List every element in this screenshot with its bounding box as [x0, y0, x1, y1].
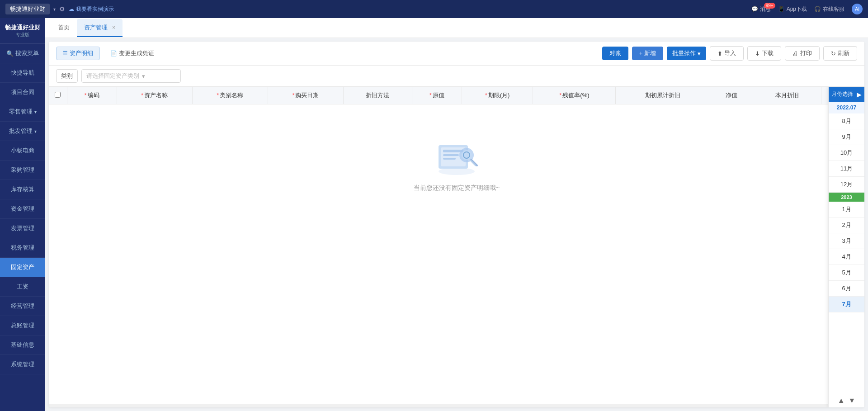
col-checkbox — [49, 87, 67, 104]
category-filter[interactable]: 类别 — [56, 69, 78, 83]
import-btn[interactable]: ⬆ 导入 — [710, 46, 744, 61]
month-2023-6[interactable]: 6月 — [829, 281, 864, 297]
message-btn[interactable]: 💬 消息 99+ — [751, 5, 771, 13]
month-2023-1[interactable]: 1月 — [829, 202, 864, 217]
sidebar-item-operations[interactable]: 经营管理 — [0, 297, 45, 316]
month-picker-toggle[interactable]: ▶ — [857, 91, 862, 98]
user-avatar[interactable]: Ai — [852, 4, 863, 14]
demo-link[interactable]: ☁ 我要看实例演示 — [69, 5, 114, 13]
sidebar-item-general-ledger[interactable]: 总账管理 — [0, 316, 45, 335]
sidebar: 畅捷通好业财 专业版 🔍 搜索菜单 快捷导航 项目合同 零售管理 ▾ 批发管理 … — [0, 18, 45, 411]
filter-bar: 类别 请选择固定资产类别 ▾ — [49, 66, 864, 87]
col-name: *资产名称 — [117, 87, 192, 104]
month-2022-8[interactable]: 8月 — [829, 113, 864, 129]
sidebar-item-system[interactable]: 系统管理 — [0, 355, 45, 374]
sidebar-item-salary[interactable]: 工资 — [0, 277, 45, 297]
online-service-btn[interactable]: 🎧 在线客服 — [814, 5, 844, 13]
sidebar-item-basic-info[interactable]: 基础信息 — [0, 335, 45, 355]
sidebar-item-project[interactable]: 项目合同 — [0, 83, 45, 102]
app-layout: 畅捷通好业财 专业版 🔍 搜索菜单 快捷导航 项目合同 零售管理 ▾ 批发管理 … — [0, 18, 868, 411]
month-2023-4[interactable]: 4月 — [829, 249, 864, 265]
month-2022-10[interactable]: 10月 — [829, 145, 864, 161]
tab-close-asset[interactable]: × — [112, 24, 115, 31]
bottom-scrollbar[interactable] — [49, 404, 864, 407]
col-residual-rate: *残值率(%) — [533, 87, 616, 104]
batch-operations-btn[interactable]: 批量操作 ▾ — [667, 47, 706, 60]
company-name[interactable]: 畅捷通好业财 — [5, 4, 50, 14]
print-icon: 🖨 — [793, 50, 798, 57]
company-dropdown-arrow[interactable]: ▾ — [53, 7, 56, 12]
month-picker-title: 月份选择 — [831, 90, 853, 98]
col-accumulated-depreciation: 期初累计折旧 — [616, 87, 710, 104]
asset-table: *编码 *资产名称 *类别名称 *购买日期 — [49, 87, 864, 404]
sidebar-item-tax[interactable]: 税务管理 — [0, 238, 45, 258]
sidebar-item-inventory[interactable]: 库存核算 — [0, 180, 45, 199]
top-bar-right: 💬 消息 99+ 📱 App下载 🎧 在线客服 Ai — [751, 4, 863, 14]
cloud-icon: ☁ — [69, 6, 74, 12]
month-2023-3[interactable]: 3月 — [829, 233, 864, 249]
sidebar-item-search[interactable]: 🔍 搜索菜单 — [0, 44, 45, 63]
add-btn[interactable]: + 新增 — [632, 47, 663, 60]
wholesale-arrow-icon: ▾ — [34, 129, 37, 134]
logo-text: 畅捷通好业财 — [4, 24, 42, 32]
phone-icon: 📱 — [778, 6, 785, 12]
tab-home[interactable]: 首页 — [51, 19, 77, 37]
month-picker-panel: 月份选择 ▶ 2022.07 8月 9月 10月 11月 12月 2023 1月 — [828, 87, 864, 407]
month-nav: ▲ ▼ — [829, 394, 864, 407]
month-2022-12[interactable]: 12月 — [829, 177, 864, 193]
sidebar-item-retail[interactable]: 零售管理 ▾ — [0, 102, 45, 122]
sub-tab-change-voucher[interactable]: 📄 变更生成凭证 — [104, 47, 161, 60]
sidebar-item-quick-nav[interactable]: 快捷导航 — [0, 63, 45, 83]
sidebar-item-wholesale[interactable]: 批发管理 ▾ — [0, 122, 45, 141]
select-all-checkbox[interactable] — [55, 92, 61, 98]
col-period: *期限(月) — [462, 87, 533, 104]
table-header: *编码 *资产名称 *类别名称 *购买日期 — [49, 87, 864, 104]
print-btn[interactable]: 🖨 打印 — [785, 46, 820, 61]
empty-state: 当前您还没有固定资产明细哦~ — [49, 104, 864, 219]
sidebar-item-purchase[interactable]: 采购管理 — [0, 161, 45, 180]
month-2022-9[interactable]: 9月 — [829, 129, 864, 145]
refresh-btn[interactable]: ↻ 刷新 — [823, 46, 857, 61]
logo-edition: 专业版 — [4, 32, 42, 38]
batch-dropdown-arrow: ▾ — [698, 50, 701, 57]
month-nav-down[interactable]: ▼ — [849, 397, 856, 405]
empty-text: 当前您还没有固定资产明细哦~ — [414, 184, 500, 192]
month-nav-up[interactable]: ▲ — [838, 397, 845, 405]
sub-tab-asset-detail[interactable]: ☰ 资产明细 — [56, 47, 100, 60]
settings-icon[interactable]: ⚙ — [59, 5, 65, 13]
month-2023-7[interactable]: 7月 — [829, 297, 864, 312]
col-net-value: 净值 — [710, 87, 753, 104]
col-original-value: *原值 — [412, 87, 462, 104]
col-monthly-depreciation: 本月折旧 — [753, 87, 821, 104]
month-2023-5[interactable]: 5月 — [829, 265, 864, 281]
empty-illustration — [429, 132, 484, 177]
month-2023-2[interactable]: 2月 — [829, 217, 864, 233]
month-picker-header: 月份选择 ▶ — [829, 87, 864, 102]
import-icon: ⬆ — [717, 50, 722, 57]
sidebar-item-ecommerce[interactable]: 小畅电商 — [0, 141, 45, 161]
sidebar-item-invoice[interactable]: 发票管理 — [0, 219, 45, 238]
top-bar: 畅捷通好业财 ▾ ⚙ ☁ 我要看实例演示 💬 消息 99+ 📱 App下载 🎧 … — [0, 0, 868, 18]
tab-asset-management[interactable]: 资产管理 × — [77, 19, 123, 37]
headset-icon: 🎧 — [814, 6, 821, 12]
year-2023-badge: 2023 — [829, 193, 864, 202]
month-2022-11[interactable]: 11月 — [829, 161, 864, 177]
sidebar-item-finance[interactable]: 资金管理 — [0, 199, 45, 219]
category-select[interactable]: 请选择固定资产类别 ▾ — [81, 69, 181, 83]
col-purchase-date: *购买日期 — [268, 87, 343, 104]
sub-tabs: ☰ 资产明细 📄 变更生成凭证 对账 + 新增 批量操作 ▾ ⬆ 导入 — [49, 42, 864, 66]
svg-rect-5 — [443, 158, 456, 160]
sidebar-logo: 畅捷通好业财 专业版 — [0, 18, 45, 44]
refresh-icon: ↻ — [831, 50, 836, 57]
content-area: ☰ 资产明细 📄 变更生成凭证 对账 + 新增 批量操作 ▾ ⬆ 导入 — [49, 42, 864, 407]
sidebar-item-fixed-assets[interactable]: 固定资产 — [0, 258, 45, 277]
retail-arrow-icon: ▾ — [34, 109, 37, 114]
file-icon: 📄 — [110, 50, 117, 57]
main-content: 首页 资产管理 × ☰ 资产明细 📄 变更生成凭证 对 — [45, 18, 868, 411]
svg-rect-4 — [443, 154, 459, 156]
download-btn[interactable]: ⬇ 下载 — [747, 46, 781, 61]
search-icon: 🔍 — [6, 50, 14, 57]
reconcile-btn[interactable]: 对账 — [602, 47, 628, 60]
top-bar-left: 畅捷通好业财 ▾ ⚙ ☁ 我要看实例演示 — [5, 4, 747, 14]
app-download-btn[interactable]: 📱 App下载 — [778, 5, 807, 13]
